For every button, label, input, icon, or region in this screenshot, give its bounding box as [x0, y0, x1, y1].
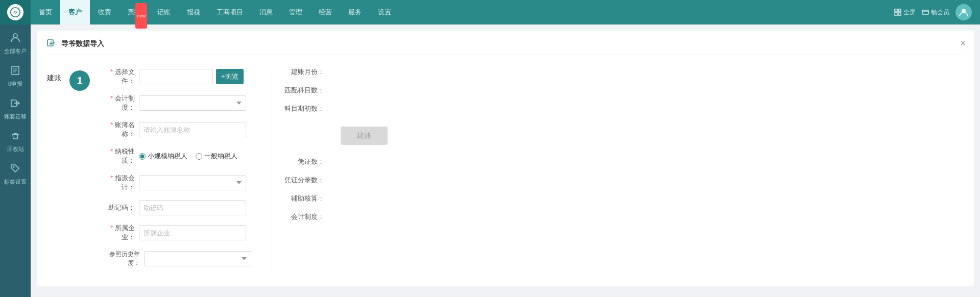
all-customers-icon	[10, 33, 20, 45]
aux-accounting-label: 辅助核算：	[282, 194, 328, 203]
build-month-row: 建账月份：	[282, 67, 415, 77]
nav-items: 首页 客户 收费 票据 new 记账 报税 工商项目 消息 管理 经营 服务 设…	[31, 0, 894, 24]
svg-rect-3	[898, 9, 901, 12]
tax-general-label: 一般纳税人	[204, 152, 237, 161]
file-input[interactable]	[139, 69, 213, 84]
svg-rect-2	[895, 9, 897, 12]
accountant-label: 指派会计：	[98, 174, 139, 192]
step-label: 建账	[47, 73, 61, 83]
svg-rect-5	[898, 13, 901, 15]
nav-bills[interactable]: 票据 new	[119, 0, 149, 24]
sidebar-label-recycle: 回收站	[7, 145, 24, 153]
nav-bookkeeping[interactable]: 记账	[149, 0, 179, 24]
sidebar: 全部客户 0申报 账套迁移	[0, 24, 31, 297]
tax-small-radio[interactable]	[139, 153, 146, 160]
user-icon	[959, 7, 969, 17]
sidebar-label-account-migration: 账套迁移	[4, 113, 27, 120]
nav-messages[interactable]: 消息	[251, 0, 281, 24]
build-month-label: 建账月份：	[282, 67, 328, 77]
nav-tax[interactable]: 报税	[179, 0, 208, 24]
tax-type-label: 纳税性质：	[98, 147, 139, 165]
sidebar-item-recycle[interactable]: 回收站	[1, 127, 30, 157]
tax-small-option[interactable]: 小规模纳税人	[139, 152, 187, 161]
accounting-system-row: 会计制度：	[98, 94, 251, 112]
nav-management[interactable]: 管理	[281, 0, 310, 24]
accounting-system-select[interactable]	[139, 95, 246, 111]
tax-type-row: 纳税性质： 小规模纳税人 一般纳税人	[98, 147, 251, 165]
app-logo	[0, 0, 31, 24]
company-row: 所属企业：	[98, 224, 251, 242]
svg-rect-4	[895, 13, 897, 15]
tax-small-label: 小规模纳税人	[148, 152, 187, 161]
vip-icon	[922, 9, 929, 16]
fullscreen-btn[interactable]: 全屏	[894, 8, 916, 17]
close-button[interactable]: ×	[960, 39, 966, 48]
sidebar-item-all-customers[interactable]: 全部客户	[1, 29, 30, 59]
file-label: 选择文件：	[98, 67, 139, 86]
sidebar-label-zero-declaration: 0申报	[8, 80, 22, 88]
svg-point-8	[13, 34, 17, 38]
new-badge: new	[135, 3, 147, 29]
nav-fees[interactable]: 收费	[90, 0, 119, 24]
helper-code-input[interactable]	[139, 200, 246, 215]
company-input[interactable]	[139, 225, 246, 240]
nav-customers[interactable]: 客户	[60, 0, 90, 24]
ledger-name-input[interactable]	[139, 122, 246, 137]
history-year-select[interactable]	[144, 251, 251, 266]
nav-home[interactable]: 首页	[31, 0, 60, 24]
aux-accounting-row: 辅助核算：	[282, 194, 415, 203]
voucher-count-label: 凭证数：	[282, 157, 328, 166]
sidebar-item-account-migration[interactable]: 账套迁移	[1, 94, 30, 125]
tax-general-option[interactable]: 一般纳税人	[196, 152, 237, 161]
nav-operations[interactable]: 经营	[310, 0, 340, 24]
file-input-group: +浏览	[139, 69, 244, 84]
nav-business[interactable]: 工商项目	[208, 0, 251, 24]
subject-init-row: 科目期初数：	[282, 104, 415, 113]
main-content: 导爷数据导入 × 建账 1 选择文件：	[31, 24, 980, 297]
nav-settings[interactable]: 设置	[370, 0, 399, 24]
helper-code-label: 助记码：	[98, 203, 139, 212]
nav-right: 全屏 畅会员	[894, 4, 980, 20]
voucher-count-row: 凭证数：	[282, 157, 415, 166]
sidebar-label-all-customers: 全部客户	[4, 47, 27, 55]
file-row: 选择文件： +浏览	[98, 67, 251, 86]
form-left: 建账 1 选择文件： +浏览	[47, 67, 251, 276]
top-navigation: 首页 客户 收费 票据 new 记账 报税 工商项目 消息 管理 经营 服务 设…	[0, 0, 980, 24]
vip-btn[interactable]: 畅会员	[922, 8, 949, 17]
svg-point-1	[14, 11, 16, 13]
account-migration-icon	[10, 98, 20, 111]
logo-icon	[7, 4, 23, 20]
import-panel: 导爷数据导入 × 建账 1 选择文件：	[37, 31, 974, 286]
recycle-icon	[10, 131, 20, 143]
build-account-button[interactable]: 建账	[341, 127, 388, 145]
ledger-name-label: 账簿名称：	[98, 120, 139, 139]
panel-title: 导爷数据导入	[61, 39, 104, 48]
fullscreen-icon	[894, 9, 901, 16]
tax-type-group: 小规模纳税人 一般纳税人	[139, 152, 237, 161]
accounting-system-label: 会计制度：	[98, 94, 139, 112]
match-subjects-row: 匹配科目数：	[282, 86, 415, 95]
sidebar-item-zero-declaration[interactable]: 0申报	[1, 61, 30, 92]
accountant-row: 指派会计：	[98, 174, 251, 192]
accountant-select[interactable]	[139, 175, 246, 190]
panel-header: 导爷数据导入 ×	[47, 39, 964, 55]
helper-code-row: 助记码：	[98, 200, 251, 215]
match-subjects-label: 匹配科目数：	[282, 86, 328, 95]
form-fields: 选择文件： +浏览 会计制度：	[98, 67, 251, 276]
browse-button[interactable]: +浏览	[216, 69, 244, 84]
tag-settings-icon	[10, 163, 20, 176]
right-accounting-system-row: 会计制度：	[282, 212, 415, 221]
history-year-label: 参照历史年度：	[98, 250, 144, 267]
svg-point-11	[13, 166, 15, 168]
avatar[interactable]	[955, 4, 972, 20]
svg-rect-6	[922, 10, 928, 14]
sidebar-item-tag-settings[interactable]: 标签设置	[1, 159, 30, 190]
step-badge: 1	[69, 70, 90, 91]
sidebar-label-tag-settings: 标签设置	[4, 178, 27, 186]
company-label: 所属企业：	[98, 224, 139, 242]
ledger-name-row: 账簿名称：	[98, 120, 251, 139]
nav-service[interactable]: 服务	[340, 0, 370, 24]
main-layout: 全部客户 0申报 账套迁移	[0, 24, 980, 297]
import-icon	[47, 39, 55, 48]
tax-general-radio[interactable]	[196, 153, 202, 160]
